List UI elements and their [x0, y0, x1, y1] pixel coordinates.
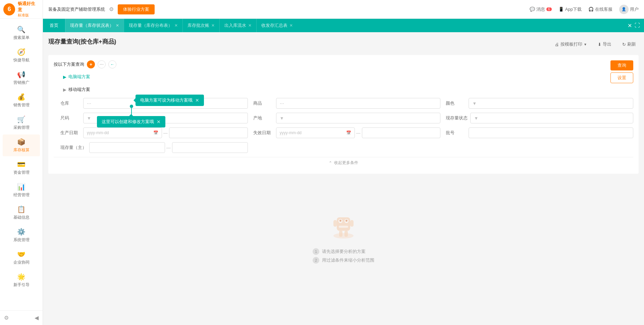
print-btn[interactable]: 🖨 按模板打印 ▼ — [552, 40, 590, 49]
sidebar-bottom: ⚙ ◀ — [0, 310, 43, 325]
warehouse-dots-icon: ⋯ — [87, 101, 91, 106]
tab-home-label: 首页 — [50, 22, 58, 29]
tab-inventory-status-label: 现存量（库存状况表） — [70, 22, 114, 29]
prod-date-end[interactable] — [169, 127, 248, 138]
color-input[interactable]: ▼ — [469, 98, 633, 109]
tab-in-out-flow[interactable]: 出入库流水 ✕ — [219, 19, 256, 32]
tab-inventory-status-close[interactable]: ✕ — [116, 23, 119, 28]
sidebar-collapse-btn[interactable]: ◀ — [35, 315, 39, 321]
goods-label: 商品 — [253, 100, 273, 106]
popover-create-close-btn[interactable]: ✕ — [157, 119, 161, 124]
sidebar-settings-btn[interactable]: ⚙ — [4, 315, 9, 321]
stock-status-label: 现存量状态 — [446, 115, 468, 121]
more-options-btn[interactable]: ⋯ — [98, 60, 106, 68]
desktop-arrow-icon: ▶ — [63, 74, 66, 79]
sidebar-item-basic[interactable]: 📋 基础信息 — [3, 202, 40, 224]
arrow-back-btn[interactable]: ← — [108, 60, 116, 68]
mobile-scheme-item[interactable]: ▶ 移动端方案 — [60, 85, 633, 94]
tab-receive-close[interactable]: ✕ — [289, 23, 293, 28]
size-dropdown-icon: ▼ — [87, 116, 91, 121]
message-badge: 6 — [546, 7, 552, 11]
expire-date-start[interactable]: yyyy-mm-dd 📅 — [276, 127, 355, 138]
prod-date-range: yyyy-mm-dd 📅 — — [83, 127, 248, 138]
query-btn[interactable]: 查询 — [610, 60, 633, 70]
tab-expand-btn[interactable]: ⛶ — [635, 22, 640, 29]
tab-flow-label: 出入库流水 — [224, 22, 246, 29]
support-label: 在线客服 — [595, 6, 612, 12]
step-num-2: 2 — [313, 257, 319, 264]
prod-date-placeholder: yyyy-mm-dd — [87, 130, 109, 135]
purchase-icon: 🛒 — [17, 115, 25, 123]
tab-close-all-btn[interactable]: ✕ — [628, 22, 632, 29]
sidebar-label-system: 系统管理 — [13, 237, 30, 243]
tabs-bar: 首页 现存量（库存状况表） ✕ 现存量（库存分布表） ✕ 库存批次账 ✕ 出入库… — [43, 19, 644, 32]
calendar-icon-expire: 📅 — [346, 130, 351, 135]
popover-scheme-text: 电脑方案可设为移动方案哦 — [140, 97, 193, 103]
export-icon: ⬇ — [598, 42, 601, 47]
refresh-btn[interactable]: ↻ 刷新 — [620, 40, 639, 49]
sidebar: 6 畅通好生意 标准版 🔍 搜索菜单 🧭 快捷导航 📢 营销推广 💰 销售管理 … — [0, 0, 43, 325]
stock-status-input[interactable]: ▼ — [470, 113, 633, 123]
tab-receive-label: 收发存汇总表 — [261, 22, 287, 29]
step-1-text: 请先选择要分析的方案 — [322, 249, 366, 255]
stock-main-range: — — [89, 142, 248, 153]
message-label: 消息 — [536, 6, 545, 12]
settings-btn[interactable]: 设置 — [610, 72, 633, 83]
header-left: 装备及固定资产辅助管理系统 ⚙ 体验行业方案 — [48, 4, 155, 14]
origin-input[interactable]: ▼ — [276, 113, 441, 123]
stock-main-start[interactable] — [89, 142, 165, 153]
tab-inventory-dist[interactable]: 现存量（库存分布表） ✕ — [124, 19, 182, 32]
sidebar-item-guide[interactable]: 🌟 新手引导 — [3, 269, 40, 291]
expire-date-placeholder: yyyy-mm-dd — [280, 130, 302, 135]
desktop-scheme-item[interactable]: ▶ 电脑端方案 — [60, 72, 633, 81]
tab-flow-close[interactable]: ✕ — [248, 23, 252, 28]
message-icon: 💬 — [530, 7, 535, 12]
stock-main-end[interactable] — [172, 142, 248, 153]
messages-btn[interactable]: 💬 消息 6 — [530, 6, 552, 12]
tab-receive-send[interactable]: 收发存汇总表 ✕ — [256, 19, 298, 32]
calendar-icon-prod-start: 📅 — [153, 130, 158, 135]
print-icon: 🖨 — [555, 42, 559, 47]
sidebar-item-marketing[interactable]: 📢 营销推广 — [3, 67, 40, 89]
sidebar-item-sales[interactable]: 💰 销售管理 — [3, 90, 40, 111]
sidebar-item-collab[interactable]: 🤝 企业协同 — [3, 247, 40, 269]
tab-batch-close[interactable]: ✕ — [211, 23, 215, 28]
stock-status-group: 现存量状态 ▼ — [446, 113, 633, 123]
action-buttons: 查询 设置 — [610, 60, 633, 83]
svg-rect-7 — [333, 220, 337, 227]
collab-icon: 🤝 — [17, 250, 25, 258]
header: 装备及固定资产辅助管理系统 ⚙ 体验行业方案 💬 消息 6 📱 App下载 🎧 … — [43, 0, 644, 19]
support-btn[interactable]: 🎧 在线客服 — [588, 6, 612, 12]
collapse-bar[interactable]: ⌃ 收起更多条件 — [54, 157, 633, 168]
tab-batch-ledger[interactable]: 库存批次账 ✕ — [182, 19, 219, 32]
collapse-label: 收起更多条件 — [334, 160, 358, 166]
export-btn[interactable]: ⬇ 导出 — [595, 40, 614, 49]
add-scheme-btn[interactable]: + — [87, 60, 95, 68]
mobile-arrow-icon: ▶ — [63, 87, 66, 92]
svg-rect-1 — [337, 217, 350, 231]
goods-dots-icon: ⋯ — [280, 101, 284, 106]
tab-inventory-status[interactable]: 现存量（库存状况表） ✕ — [65, 19, 124, 32]
refresh-icon: ↻ — [622, 42, 626, 47]
sidebar-item-search[interactable]: 🔍 搜索菜单 — [3, 22, 40, 44]
sidebar-item-inventory[interactable]: 📦 库存核算 — [3, 134, 40, 156]
batch-input[interactable] — [469, 127, 633, 138]
goods-input[interactable]: ⋯ — [276, 98, 441, 109]
sidebar-item-operations[interactable]: 📊 经营管理 — [3, 179, 40, 201]
tab-inventory-dist-close[interactable]: ✕ — [174, 23, 178, 28]
prod-date-start[interactable]: yyyy-mm-dd 📅 — [83, 127, 162, 138]
sidebar-item-finance[interactable]: 💳 资金管理 — [3, 157, 40, 179]
app-download-btn[interactable]: 📱 App下载 — [558, 6, 582, 12]
user-menu[interactable]: 👤 用户 — [619, 5, 639, 14]
expire-date-end[interactable] — [362, 127, 441, 138]
sidebar-item-purchase[interactable]: 🛒 采购管理 — [3, 112, 40, 134]
tab-home[interactable]: 首页 — [43, 19, 65, 32]
query-panel: 查询 设置 按以下方案查询 + ⋯ ← ▶ 电脑端方案 电脑方案可设为移动方案哦… — [48, 55, 639, 174]
settings-icon[interactable]: ⚙ — [109, 6, 114, 12]
query-header: 按以下方案查询 + ⋯ ← — [54, 60, 633, 68]
sidebar-item-quicknav[interactable]: 🧭 快捷导航 — [3, 45, 40, 66]
industry-btn[interactable]: 体验行业方案 — [118, 4, 155, 14]
sidebar-item-system[interactable]: ⚙️ 系统管理 — [3, 224, 40, 246]
sales-icon: 💰 — [17, 93, 25, 101]
popover-scheme-close-btn[interactable]: ✕ — [195, 98, 199, 103]
